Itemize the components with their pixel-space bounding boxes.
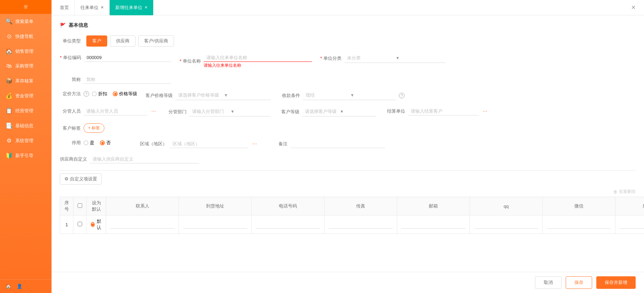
row-region: [615, 215, 644, 234]
remark-input[interactable]: [290, 140, 385, 148]
add-tag-button[interactable]: + 标签: [84, 123, 104, 133]
tab-bar: 首页 往来单位 ✕ 新增往来单位 ✕ ✕: [52, 0, 644, 15]
table-header-row: 序号 设为默认 联系人 到货地址 电话号码 传真 邮箱 qq 微信 所在地区 操…: [60, 197, 644, 215]
unit-name-input[interactable]: [204, 54, 312, 62]
supplier-custom-input[interactable]: [90, 155, 199, 163]
settlement-unit-input[interactable]: [408, 107, 479, 115]
row-region-input[interactable]: [620, 220, 644, 229]
select-all-checkbox[interactable]: [78, 203, 82, 208]
settlement-unit-dots-btn[interactable]: ···: [481, 108, 489, 114]
chevron-down-icon: ▼: [350, 93, 393, 98]
custom-settings-button[interactable]: ⚙ 自定义项设置: [60, 173, 102, 185]
customer-price-level-select[interactable]: 请选择客户价格等级 ▼: [175, 91, 271, 100]
unit-code-input[interactable]: [84, 54, 171, 62]
unit-btn-customer[interactable]: 客户: [86, 35, 107, 47]
sidebar-home-icon[interactable]: 🏠: [6, 284, 11, 289]
radio-yes[interactable]: 是: [84, 140, 94, 146]
payment-condition-value: 现结: [306, 92, 349, 98]
qq-input[interactable]: [474, 220, 538, 229]
chevron-down-icon: ▼: [340, 109, 373, 114]
unit-category-select[interactable]: 未分类 ▼: [344, 54, 446, 63]
sidebar-item-label: 搜索菜单: [15, 18, 33, 25]
customer-level-select[interactable]: 请选择客户等级 ▼: [302, 107, 376, 116]
th-index: 序号: [60, 197, 73, 215]
region-input[interactable]: [170, 140, 248, 148]
sidebar-logo: 管: [0, 0, 52, 14]
save-new-button[interactable]: 保存并新增: [596, 276, 636, 289]
fax-input[interactable]: [329, 220, 393, 229]
money-icon: 💰: [6, 92, 13, 99]
tab-partner[interactable]: 往来单位 ✕: [75, 0, 110, 15]
sidebar-item-finance[interactable]: 💰 资金管理: [0, 88, 52, 103]
payment-condition-select[interactable]: 现结 ▼: [303, 91, 396, 100]
customer-price-level-placeholder: 请选择客户价格等级: [178, 92, 222, 98]
tab-new-partner[interactable]: 新增往来单位 ✕: [110, 0, 154, 15]
sidebar-user-icon[interactable]: 👤: [17, 284, 22, 289]
supplier-custom-row: 供应商自定义: [60, 155, 636, 163]
radio-no-circle: [100, 140, 105, 145]
manager-field: 分管人员 ···: [60, 107, 157, 115]
sidebar-item-label: 销售管理: [15, 48, 33, 55]
code-name-category-row: 单位编码 单位名称 请输入往来单位名称 单位分类 未分类 ▼: [60, 54, 636, 68]
tab-home[interactable]: 首页: [54, 0, 75, 15]
sidebar-item-guide[interactable]: 🔰 新手引导: [0, 148, 52, 163]
unit-btn-both[interactable]: 客户/供应商: [138, 35, 174, 47]
tab-bar-close[interactable]: ✕: [626, 4, 641, 11]
flag-icon: 🚩: [60, 23, 66, 28]
radio-price-level-circle: [113, 91, 118, 96]
payment-help-icon[interactable]: ?: [399, 93, 405, 98]
guide-icon: 🔰: [6, 152, 13, 159]
radio-discount[interactable]: 折扣: [92, 91, 107, 97]
sidebar-item-purchase[interactable]: 🛍 采购管理: [0, 59, 52, 73]
tab-new-partner-close[interactable]: ✕: [144, 5, 148, 10]
department-field: 分管部门 请输入分管部门 ▼: [166, 107, 270, 116]
tab-new-partner-label: 新增往来单位: [115, 5, 142, 11]
disabled-label: 停用: [60, 140, 81, 146]
th-email: 邮箱: [397, 197, 470, 215]
department-select[interactable]: 请输入分管部门 ▼: [189, 107, 270, 116]
row-fax: [324, 215, 397, 234]
sidebar-item-quick-nav[interactable]: ⊙ 快捷导航: [0, 29, 52, 44]
row-phone: [252, 215, 324, 234]
sidebar: 管 🔍 搜索菜单 ⊙ 快捷导航 🏠 销售管理 🛍 采购管理 📦 库存核算 💰 资…: [0, 0, 52, 293]
region-label: 区域（地区）: [140, 141, 167, 147]
row-checkbox-cell: [73, 215, 87, 234]
sidebar-item-system[interactable]: ⚙ 系统管理: [0, 133, 52, 148]
sidebar-item-label: 采购管理: [15, 63, 33, 69]
phone-input[interactable]: [256, 220, 320, 229]
sidebar-item-inventory[interactable]: 📦 库存核算: [0, 73, 52, 88]
radio-price-level[interactable]: 价格等级: [113, 91, 137, 97]
row-checkbox[interactable]: [78, 222, 82, 226]
save-button[interactable]: 保存: [566, 276, 592, 289]
sidebar-item-operations[interactable]: 📋 经营管理: [0, 103, 52, 118]
region-dots-btn[interactable]: ···: [251, 141, 258, 147]
email-input[interactable]: [401, 220, 465, 229]
short-name-input[interactable]: [84, 75, 171, 84]
unit-btn-supplier[interactable]: 供应商: [110, 35, 135, 47]
pricing-help-icon[interactable]: ?: [84, 91, 89, 97]
region-field: 区域（地区） ···: [140, 140, 258, 148]
tags-row: 客户标签 + 标签: [60, 123, 636, 133]
wechat-input[interactable]: [547, 220, 611, 229]
unit-type-group: 客户 供应商 客户/供应商: [86, 35, 174, 47]
sidebar-item-search[interactable]: 🔍 搜索菜单: [0, 14, 52, 29]
row-address: [179, 215, 252, 234]
manager-dots-btn[interactable]: ···: [150, 108, 157, 114]
sidebar-item-basic-info[interactable]: 📑 基础信息: [0, 118, 52, 133]
th-contact: 联系人: [106, 197, 179, 215]
row-index: 1: [60, 215, 73, 234]
batch-delete[interactable]: 🗑 批量删除: [60, 189, 636, 195]
settlement-unit-field: 结算单位 ···: [384, 107, 489, 115]
manager-row: 分管人员 ··· 分管部门 请输入分管部门 ▼ 客户等级 请选择客户等级 ▼ 结…: [60, 107, 636, 116]
address-input[interactable]: [183, 220, 247, 229]
row-default-radio[interactable]: 默认: [91, 218, 102, 231]
cancel-button[interactable]: 取消: [535, 276, 561, 289]
divider: [60, 170, 636, 171]
sidebar-item-sales[interactable]: 🏠 销售管理: [0, 44, 52, 59]
row-wechat: [543, 215, 615, 234]
radio-no[interactable]: 否: [100, 140, 111, 146]
tab-partner-close[interactable]: ✕: [101, 5, 104, 10]
manager-input[interactable]: [84, 107, 147, 115]
payment-condition-field: 收款条件 现结 ▼ ?: [279, 91, 405, 100]
contact-input[interactable]: [110, 220, 174, 229]
